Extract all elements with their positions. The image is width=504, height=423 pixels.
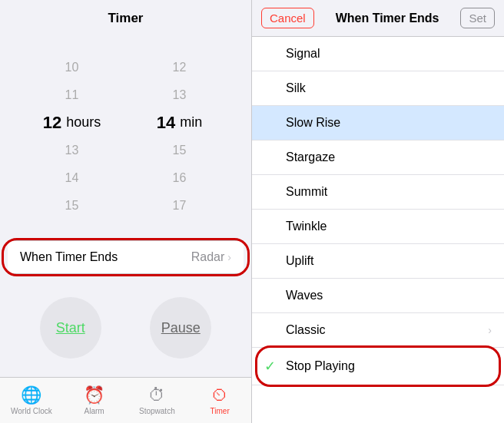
- min-value: 14: [157, 109, 175, 137]
- timer-content: 10 11 12 hours 13 14 15 12 13 14: [0, 32, 251, 377]
- chevron-icon: ›: [227, 251, 231, 263]
- when-timer-ends-label: When Timer Ends: [20, 250, 118, 264]
- list-item-label: Classic: [286, 323, 488, 337]
- hour-value: 12: [43, 109, 61, 137]
- hour-item: 10: [18, 54, 126, 81]
- when-timer-ends-row[interactable]: When Timer Ends Radar ›: [8, 240, 244, 274]
- time-picker[interactable]: 10 11 12 hours 13 14 15 12 13 14: [0, 32, 251, 240]
- min-item: 15: [126, 137, 234, 164]
- alarm-icon: ⏰: [84, 385, 104, 405]
- hour-item: 13: [18, 137, 126, 164]
- list-item[interactable]: Stargaze: [252, 140, 504, 175]
- picker-columns: 10 11 12 hours 13 14 15 12 13 14: [18, 54, 234, 220]
- list-item[interactable]: Twinkle: [252, 210, 504, 244]
- hours-column[interactable]: 10 11 12 hours 13 14 15: [18, 54, 126, 220]
- hour-item: 15: [18, 192, 126, 220]
- timer-icon: ⏲: [211, 385, 228, 405]
- pause-button[interactable]: Pause: [150, 297, 211, 359]
- list-item-label: Twinkle: [286, 220, 492, 233]
- list-item[interactable]: Uplift: [252, 244, 504, 279]
- min-selected: 14 min: [157, 109, 203, 137]
- right-panel-title: When Timer Ends: [320, 12, 455, 25]
- min-item: 13: [126, 81, 234, 109]
- list-item-label: Stargaze: [286, 150, 492, 164]
- world-clock-label: World Clock: [11, 407, 52, 415]
- tab-bar: 🌐 World Clock ⏰ Alarm ⏱ Stopwatch ⏲ Time…: [0, 377, 251, 423]
- list-item[interactable]: Waves: [252, 279, 504, 313]
- stopwatch-icon: ⏱: [148, 385, 165, 405]
- list-item-label: Waves: [286, 289, 492, 302]
- timer-panel: Timer 10 11 12 hours 13 14 15: [0, 0, 252, 423]
- action-buttons: Start Pause: [0, 279, 251, 377]
- list-item-label: Silk: [286, 81, 492, 95]
- timer-label: Timer: [211, 407, 230, 415]
- list-item-label: Slow Rise: [286, 116, 492, 130]
- tab-stopwatch[interactable]: ⏱ Stopwatch: [126, 378, 189, 423]
- stopwatch-label: Stopwatch: [139, 407, 175, 415]
- mins-label: min: [180, 114, 202, 131]
- slow-rise-item[interactable]: Slow Rise: [252, 106, 504, 140]
- stop-playing-item[interactable]: ✓ Stop Playing: [252, 348, 504, 385]
- alarm-label: Alarm: [85, 407, 104, 415]
- list-item[interactable]: Signal: [252, 37, 504, 71]
- timer-title: Timer: [0, 0, 251, 32]
- when-timer-ends-panel: Cancel When Timer Ends Set Signal Silk S…: [252, 0, 504, 423]
- ringtone-list[interactable]: Signal Silk Slow Rise Stargaze Summit Tw…: [252, 37, 504, 423]
- hours-label: hours: [66, 114, 101, 131]
- hour-selected: 12 hours: [43, 109, 101, 137]
- classic-item[interactable]: Classic ›: [252, 313, 504, 348]
- list-item[interactable]: Silk: [252, 71, 504, 106]
- start-button[interactable]: Start: [40, 297, 101, 359]
- list-item-label: Signal: [286, 47, 492, 61]
- chevron-icon: ›: [488, 324, 492, 336]
- tab-timer[interactable]: ⏲ Timer: [188, 378, 251, 423]
- right-header: Cancel When Timer Ends Set: [252, 0, 504, 37]
- minutes-column[interactable]: 12 13 14 min 15 16 17: [126, 54, 234, 220]
- min-item: 17: [126, 192, 234, 220]
- timer-ends-value: Radar ›: [191, 250, 231, 264]
- check-icon: ✓: [264, 358, 280, 375]
- world-clock-icon: 🌐: [21, 385, 41, 405]
- tab-alarm[interactable]: ⏰ Alarm: [63, 378, 126, 423]
- cancel-button[interactable]: Cancel: [261, 8, 314, 28]
- min-item: 12: [126, 54, 234, 81]
- list-item[interactable]: Summit: [252, 175, 504, 210]
- stop-playing-label: Stop Playing: [286, 359, 492, 373]
- list-item-label: Summit: [286, 185, 492, 199]
- hour-item: 14: [18, 164, 126, 192]
- hour-item: 11: [18, 81, 126, 109]
- timer-ends-selection: Radar: [191, 250, 225, 264]
- tab-world-clock[interactable]: 🌐 World Clock: [0, 378, 63, 423]
- min-item: 16: [126, 164, 234, 192]
- list-item-label: Uplift: [286, 254, 492, 268]
- set-button[interactable]: Set: [460, 8, 495, 28]
